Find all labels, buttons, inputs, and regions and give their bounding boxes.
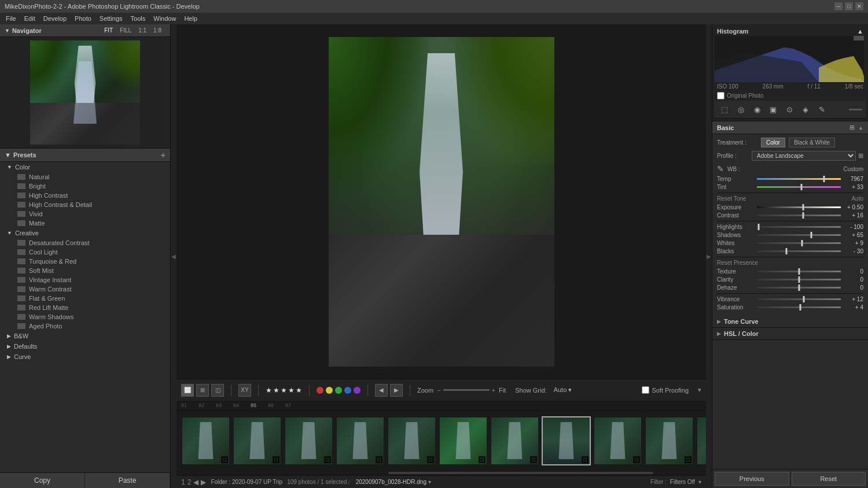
- nav-fit-btn[interactable]: FIT: [102, 27, 115, 34]
- heal-tool-btn[interactable]: ◎: [734, 103, 747, 116]
- filter-btn[interactable]: ▣: [767, 103, 779, 116]
- navigator-header[interactable]: ▼ Navigator FIT FILL 1:1 1:8: [0, 24, 170, 37]
- nav-prev-icon[interactable]: ◀: [193, 478, 198, 486]
- previous-button[interactable]: Previous: [715, 472, 789, 486]
- photo-area[interactable]: [176, 24, 706, 379]
- preset-warm-shadows[interactable]: Warm Shadows: [0, 312, 170, 321]
- maximize-btn[interactable]: □: [845, 2, 853, 10]
- filmstrip-thumb-7[interactable]: ⬚: [490, 416, 539, 465]
- presets-add-btn[interactable]: +: [161, 151, 165, 159]
- bw-treatment-btn[interactable]: Black & White: [789, 138, 835, 147]
- menu-help[interactable]: Help: [181, 14, 201, 23]
- filmstrip-thumb-8[interactable]: ⬚: [542, 416, 591, 465]
- clarity-slider[interactable]: [757, 279, 841, 280]
- star-3[interactable]: ★: [281, 386, 287, 394]
- vibrance-slider[interactable]: [757, 298, 841, 300]
- profile-grid-icon[interactable]: ⊞: [858, 152, 863, 160]
- label-green[interactable]: [335, 387, 342, 394]
- view-grid-btn[interactable]: ⊞: [196, 384, 209, 397]
- menu-settings[interactable]: Settings: [96, 14, 126, 23]
- reset-tone-btn[interactable]: Reset Tone: [717, 195, 746, 202]
- preset-red-lift-matte[interactable]: Red Lift Matte: [0, 303, 170, 312]
- shadows-slider[interactable]: [757, 234, 841, 236]
- wb-eyedropper-icon[interactable]: ✎: [717, 164, 724, 173]
- label-purple[interactable]: [354, 387, 361, 394]
- tone-curve-row[interactable]: ▶ Tone Curve: [712, 316, 868, 328]
- preset-flat-green[interactable]: Flat & Green: [0, 294, 170, 303]
- saturation-slider[interactable]: [757, 306, 841, 308]
- soft-proof-checkbox[interactable]: [642, 386, 649, 394]
- basic-grid-btn[interactable]: ⊞: [849, 124, 855, 131]
- auto-btn[interactable]: Auto ▾: [554, 386, 572, 394]
- preset-bright[interactable]: Bright: [0, 182, 170, 191]
- menu-tools[interactable]: Tools: [127, 14, 149, 23]
- nav-1-8-btn[interactable]: 1:8: [152, 27, 163, 34]
- nav-next-icon[interactable]: ▶: [201, 478, 206, 486]
- profile-select[interactable]: Adobe Landscape: [752, 151, 856, 161]
- color-treatment-btn[interactable]: Color: [761, 138, 785, 147]
- texture-slider[interactable]: [757, 271, 841, 272]
- preset-aged-photo[interactable]: Aged Photo: [0, 321, 170, 331]
- auto-tone-btn[interactable]: Auto: [851, 195, 863, 202]
- zoom-plus-icon[interactable]: +: [492, 387, 495, 394]
- preset-desaturated-contrast[interactable]: Desaturated Contrast: [0, 238, 170, 247]
- preset-matte[interactable]: Matte: [0, 219, 170, 228]
- contrast-slider[interactable]: [757, 215, 841, 216]
- reset-presence-btn[interactable]: Reset Presence: [717, 260, 758, 266]
- preset-group-defaults-header[interactable]: ▶ Defaults: [0, 341, 170, 352]
- menu-window[interactable]: Window: [150, 14, 179, 23]
- close-btn[interactable]: ✕: [855, 2, 863, 10]
- preset-high-contrast[interactable]: High Contrast: [0, 191, 170, 200]
- next-photo-btn[interactable]: ▶: [390, 384, 403, 397]
- menu-edit[interactable]: Edit: [21, 14, 39, 23]
- filmstrip-thumb-5[interactable]: ⬚: [387, 416, 436, 465]
- filmstrip-thumb-6[interactable]: ⬚: [439, 416, 488, 465]
- preset-vivid[interactable]: Vivid: [0, 209, 170, 219]
- star-1[interactable]: ★: [266, 386, 272, 394]
- dehaze-slider[interactable]: [757, 287, 841, 289]
- label-red[interactable]: [317, 387, 323, 394]
- zoom-slider[interactable]: [443, 389, 490, 391]
- original-photo-checkbox[interactable]: [717, 92, 724, 99]
- preset-cool-light[interactable]: Cool Light: [0, 247, 170, 257]
- filmstrip-thumb-3[interactable]: ⬚: [284, 416, 333, 465]
- nav-tab-2[interactable]: 2: [187, 478, 192, 486]
- brush-btn[interactable]: ⊙: [783, 103, 796, 116]
- red-eye-btn[interactable]: ◉: [751, 103, 763, 116]
- preset-warm-contrast[interactable]: Warm Contrast: [0, 284, 170, 294]
- blacks-slider[interactable]: [757, 250, 841, 252]
- menu-file[interactable]: File: [2, 14, 20, 23]
- right-collapse-handle[interactable]: ▶: [706, 24, 712, 488]
- preset-group-color-header[interactable]: ▼ Color: [0, 162, 170, 172]
- nav-fill-btn[interactable]: FILL: [118, 27, 133, 34]
- expand-down-icon[interactable]: ▾: [698, 386, 701, 394]
- filename-dropdown[interactable]: ▾: [428, 479, 431, 485]
- filmstrip-scrollbar[interactable]: [176, 471, 706, 475]
- label-blue[interactable]: [344, 387, 351, 394]
- preset-vintage-instant[interactable]: Vintage Instant: [0, 275, 170, 284]
- copy-button[interactable]: Copy: [0, 473, 85, 488]
- temp-slider[interactable]: [757, 178, 841, 180]
- zoom-fit-btn[interactable]: Fit: [499, 387, 506, 394]
- menu-develop[interactable]: Develop: [40, 14, 70, 23]
- paste-button[interactable]: Paste: [85, 473, 170, 488]
- nav-tab-1[interactable]: 1: [181, 478, 185, 486]
- zoom-label[interactable]: Zoom: [417, 387, 433, 394]
- filmstrip-thumb-11[interactable]: ⬚: [696, 416, 706, 465]
- preset-group-bw-header[interactable]: ▶ B&W: [0, 331, 170, 341]
- hsl-row[interactable]: ▶ HSL / Color: [712, 328, 868, 340]
- presets-header[interactable]: ▼ Presets +: [0, 149, 170, 162]
- exposure-slider[interactable]: [757, 206, 841, 208]
- basic-panel-header[interactable]: Basic ⊞ ▲: [712, 121, 868, 134]
- filmstrip-thumb-9[interactable]: ⬚: [593, 416, 642, 465]
- star-2[interactable]: ★: [273, 386, 279, 394]
- transform-x-btn[interactable]: XY: [238, 384, 251, 397]
- nav-1-1-btn[interactable]: 1:1: [137, 27, 148, 34]
- preset-turquoise-red[interactable]: Turquoise & Red: [0, 257, 170, 266]
- range-mask-btn[interactable]: ◈: [799, 103, 812, 116]
- whites-slider[interactable]: [757, 242, 841, 244]
- minimize-btn[interactable]: ─: [834, 2, 843, 10]
- filmstrip-thumb-4[interactable]: ⬚: [336, 416, 385, 465]
- preset-group-curve-header[interactable]: ▶ Curve: [0, 352, 170, 362]
- preset-high-contrast-detail[interactable]: High Contrast & Detail: [0, 200, 170, 209]
